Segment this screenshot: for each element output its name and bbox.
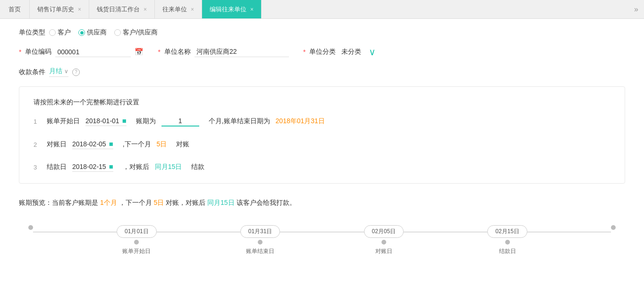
preview-middle1: ，下一个月 [119, 199, 152, 206]
period-desc-3-after: 结款 [191, 163, 204, 171]
preview-highlight3: 同月15日 [207, 199, 235, 206]
period-date-1: 2018-01-01 ■ [85, 117, 127, 126]
unit-code-input[interactable] [55, 47, 131, 57]
tab-sales-history[interactable]: 销售订单历史 × [30, 0, 89, 18]
tl-label-4: 结款日 [499, 247, 516, 255]
tab-home[interactable]: 首页 [0, 0, 30, 18]
timeline-nodes: 01月01日 账单开始日 01月31日 账单结束日 02月05日 对账日 [28, 225, 616, 255]
payment-cond-group: 收款条件 月结 ∨ ? [19, 67, 80, 77]
timeline-node-3: 02月05日 对账日 [364, 225, 404, 255]
unit-name-label: 单位名称 [164, 48, 191, 56]
period-row-2: 2 对账日 2018-02-05 ■ ,下一个月 5日 对账 [34, 140, 610, 149]
unit-classify-label: 单位分类 [309, 48, 336, 56]
unit-classify-star: * [303, 48, 305, 56]
unit-code-star: * [19, 48, 21, 56]
preview-text: 账期预览：当前客户账期是 1个月 ，下一个月 5日 对账，对账后 同月15日 该… [19, 199, 625, 207]
timeline-node-end [611, 225, 616, 255]
period-cal-icon-3[interactable]: ■ [109, 162, 113, 170]
tab-cash-work[interactable]: 钱货日清工作台 × [89, 0, 155, 18]
unit-name-group: * 单位名称 [158, 47, 288, 57]
radio-circle-both [114, 29, 121, 36]
unit-classify-arrow-icon[interactable]: ∨ [369, 46, 376, 58]
payment-help-icon[interactable]: ? [72, 68, 80, 76]
period-cal-icon-2[interactable]: ■ [109, 140, 113, 148]
tab-close-edit-partner[interactable]: × [250, 6, 254, 13]
radio-label-customer: 客户 [58, 28, 71, 37]
unit-type-group: 单位类型 客户 供应商 客户/供应商 [19, 28, 158, 37]
tl-dot-0 [28, 225, 33, 230]
period-label-2: 对账日 [47, 140, 67, 149]
tl-dot-end [611, 225, 616, 230]
form-row-unit-type: 单位类型 客户 供应商 客户/供应商 [19, 28, 625, 37]
radio-circle-customer [49, 29, 56, 36]
period-label-1: 账单开始日 [47, 117, 80, 126]
unit-name-input[interactable] [195, 47, 289, 57]
period-date-val-3: 2018-02-15 [72, 163, 106, 170]
payment-cond-label: 收款条件 [19, 68, 45, 76]
period-cal-icon-1[interactable]: ■ [122, 117, 127, 125]
period-desc-2-before: ,下一个月 [123, 140, 151, 149]
tl-badge-2: 01月31日 [240, 225, 280, 238]
payment-cond-arrow-icon[interactable]: ∨ [64, 68, 68, 75]
period-unit-1: 个月,账单结束日期为 [209, 117, 270, 126]
timeline-node-1: 01月01日 账单开始日 [117, 225, 157, 255]
period-label-3: 结款日 [47, 163, 67, 171]
period-desc-2-after: 对账 [176, 140, 189, 149]
timeline-node-2: 01月31日 账单结束日 [240, 225, 280, 255]
period-box-title: 请按照未来的一个完整帐期进行设置 [34, 98, 610, 107]
tl-badge-1: 01月01日 [117, 225, 157, 238]
unit-type-radio-group: 客户 供应商 客户/供应商 [49, 28, 158, 37]
tl-dot-2 [258, 240, 263, 245]
preview-suffix: 该客户会给我打款。 [237, 199, 296, 206]
unit-name-star: * [158, 48, 160, 56]
preview-section: 账期预览：当前客户账期是 1个月 ，下一个月 5日 对账，对账后 同月15日 该… [19, 191, 625, 279]
tab-edit-partner[interactable]: 编辑往来单位 × [202, 0, 262, 18]
period-num-3: 3 [34, 164, 41, 171]
tl-label-2: 账单结束日 [246, 247, 274, 255]
radio-circle-supplier [78, 29, 85, 36]
unit-classify-value: 未分类 [341, 48, 361, 56]
period-date-2: 2018-02-05 ■ [72, 140, 113, 149]
period-settings-box: 请按照未来的一个完整帐期进行设置 1 账单开始日 2018-01-01 ■ 账期… [19, 86, 625, 184]
unit-type-label: 单位类型 [19, 28, 45, 37]
period-months-input[interactable] [161, 116, 199, 127]
payment-cond-select[interactable]: 月结 ∨ [49, 67, 68, 77]
form-row-unit-info: * 单位编码 📅 * 单位名称 * 单位分类 未分类 ∨ [19, 46, 625, 58]
radio-label-supplier: 供应商 [87, 28, 107, 37]
payment-cond-value: 月结 [49, 67, 62, 76]
tl-badge-4: 02月15日 [487, 225, 527, 238]
timeline-wrapper: 01月01日 账单开始日 01月31日 账单结束日 02月05日 对账日 [19, 220, 625, 270]
tab-close-cash-work[interactable]: × [144, 6, 147, 13]
unit-code-group: * 单位编码 📅 [19, 47, 144, 57]
tab-expand-icon[interactable]: » [628, 5, 644, 14]
period-desc-2-highlight: 5日 [157, 140, 167, 149]
unit-classify-group: * 单位分类 未分类 ∨ [303, 46, 376, 58]
tab-close-sales-history[interactable]: × [78, 6, 81, 13]
radio-both[interactable]: 客户/供应商 [114, 28, 158, 37]
preview-middle2: 对账，对账后 [166, 199, 205, 206]
period-end-date-1: 2018年01月31日 [276, 117, 325, 126]
preview-prefix: 账期预览：当前客户账期是 [19, 199, 98, 206]
period-row-3: 3 结款日 2018-02-15 ■ ，对账后 同月15日 结款 [34, 162, 610, 172]
timeline-node-0 [28, 225, 33, 255]
form-row-payment: 收款条件 月结 ∨ ? [19, 67, 625, 77]
period-date-3: 2018-02-15 ■ [72, 162, 113, 172]
period-date-val-2: 2018-02-05 [72, 140, 106, 148]
period-row-1: 1 账单开始日 2018-01-01 ■ 账期为 个月,账单结束日期为 2018… [34, 116, 610, 127]
tab-close-partner[interactable]: × [191, 6, 194, 13]
radio-customer[interactable]: 客户 [49, 28, 71, 37]
tl-dot-3 [381, 240, 386, 245]
radio-supplier[interactable]: 供应商 [78, 28, 107, 37]
period-num-1: 1 [34, 118, 41, 125]
tl-dot-4 [505, 240, 510, 245]
tab-bar: 首页 销售订单历史 × 钱货日清工作台 × 往来单位 × 编辑往来单位 × » [0, 0, 644, 19]
preview-highlight1: 1个月 [100, 199, 117, 206]
preview-highlight2: 5日 [153, 199, 164, 206]
unit-code-calendar-icon[interactable]: 📅 [135, 48, 144, 56]
tab-partner[interactable]: 往来单位 × [155, 0, 202, 18]
tl-label-1: 账单开始日 [122, 247, 151, 255]
radio-label-both: 客户/供应商 [123, 28, 158, 37]
period-desc-3-before: ，对账后 [123, 163, 149, 171]
period-desc-3-highlight: 同月15日 [155, 163, 182, 171]
tl-badge-3: 02月05日 [364, 225, 404, 238]
